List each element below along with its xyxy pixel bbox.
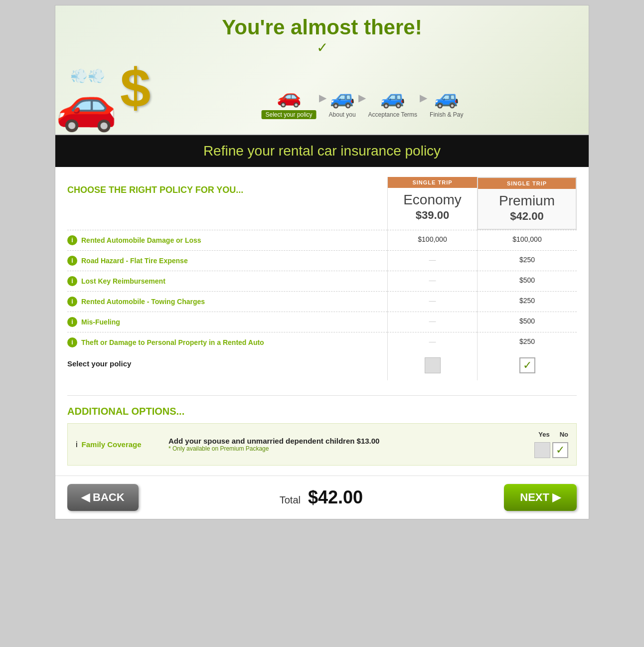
section-title-bar: Refine your rental car insurance policy xyxy=(55,135,589,167)
policy-area: CHOOSE THE RIGHT POLICY FOR YOU... SINGL… xyxy=(55,167,589,390)
feature-val-2-economy: — xyxy=(387,271,477,291)
yn-labels: Yes No xyxy=(538,431,568,438)
premium-checkbox[interactable]: ✓ xyxy=(519,357,535,373)
crashed-car-icon: 🚗 xyxy=(55,75,118,134)
page-wrapper: 💨💨 🚗 $ You're almost there! ✓ 🚗 Select y… xyxy=(55,5,589,519)
feature-val-5-economy: — xyxy=(387,332,477,352)
next-arrow-icon: ▶ xyxy=(552,491,561,504)
yes-label: Yes xyxy=(538,431,549,438)
feature-val-3-premium: $250 xyxy=(477,291,577,312)
info-icon-3[interactable]: i xyxy=(67,297,77,307)
main-content: Refine your rental car insurance policy … xyxy=(55,135,589,519)
economy-name: Economy xyxy=(388,188,477,209)
economy-checkbox[interactable] xyxy=(425,357,441,373)
feature-val-3-economy: — xyxy=(387,291,477,312)
select-policy-label: Select your policy xyxy=(67,352,387,380)
info-icon-1[interactable]: i xyxy=(67,256,77,266)
feature-val-1-economy: — xyxy=(387,250,477,271)
step-select-policy: 🚗 Select your policy xyxy=(262,85,317,119)
step-car-2-icon: 🚙 xyxy=(330,86,355,109)
header-title: You're almost there! xyxy=(222,15,422,39)
feature-val-4-economy: — xyxy=(387,312,477,332)
yn-checks: ✓ xyxy=(534,442,568,458)
additional-heading: ADDITIONAL OPTIONS... xyxy=(55,401,589,423)
feature-label-0: i Rented Automobile Damage or Loss xyxy=(67,230,387,250)
next-button[interactable]: NEXT ▶ xyxy=(504,484,577,511)
feature-val-2-premium: $500 xyxy=(477,271,577,291)
step-car-4-icon: 🚙 xyxy=(434,86,459,109)
family-coverage-yn-col: Yes No ✓ xyxy=(534,431,568,458)
feature-val-5-premium: $250 xyxy=(477,332,577,352)
total-amount: $42.00 xyxy=(308,487,363,507)
info-icon-5[interactable]: i xyxy=(67,337,77,347)
step-about-you: 🚙 About you xyxy=(329,86,356,118)
premium-price: $42.00 xyxy=(478,210,576,229)
progress-steps: 🚗 Select your policy ▶ 🚙 About you ▶ 🚙 A… xyxy=(262,85,464,119)
back-arrow-icon: ◀ xyxy=(81,491,90,504)
dollar-sign-icon: $ xyxy=(120,56,151,119)
step-car-active-icon: 🚗 xyxy=(277,85,302,108)
total-label: Total xyxy=(280,494,301,505)
bottom-bar: ◀ BACK Total $42.00 NEXT ▶ xyxy=(55,476,589,519)
feature-val-0-economy: $100,000 xyxy=(387,230,477,250)
family-coverage-desc-col: Add your spouse and unmarried dependent … xyxy=(168,437,526,452)
family-coverage-desc-main: Add your spouse and unmarried dependent … xyxy=(168,437,526,445)
economy-price: $39.00 xyxy=(388,209,477,228)
family-coverage-desc-sub: * Only available on Premium Package xyxy=(168,445,526,452)
family-coverage-yes-checkbox[interactable] xyxy=(534,442,550,458)
info-icon-2[interactable]: i xyxy=(67,276,77,286)
family-coverage-label-col: i Family Coverage xyxy=(76,440,161,449)
header-banner: 💨💨 🚗 $ You're almost there! ✓ 🚗 Select y… xyxy=(55,5,589,135)
total-area: Total $42.00 xyxy=(139,487,504,508)
back-button[interactable]: ◀ BACK xyxy=(67,484,139,511)
no-label: No xyxy=(560,431,568,438)
step-arrow-1: ▶ xyxy=(319,92,326,113)
step-car-3-icon: 🚙 xyxy=(380,86,405,109)
back-label: BACK xyxy=(93,491,125,504)
choose-heading: CHOOSE THE RIGHT POLICY FOR YOU... xyxy=(67,177,387,230)
step-label-select-policy: Select your policy xyxy=(262,110,317,119)
step-label-acceptance: Acceptance Terms xyxy=(368,111,418,118)
policy-grid: CHOOSE THE RIGHT POLICY FOR YOU... SINGL… xyxy=(67,177,577,380)
economy-tag: SINGLE TRIP xyxy=(388,177,477,188)
feature-val-4-premium: $500 xyxy=(477,312,577,332)
section-divider xyxy=(67,395,577,396)
premium-name: Premium xyxy=(478,189,576,210)
step-arrow-2: ▶ xyxy=(358,92,366,113)
select-premium-check[interactable]: ✓ xyxy=(477,352,577,380)
feature-label-5: i Theft or Damage to Personal Property i… xyxy=(67,332,387,352)
family-coverage-info-icon[interactable]: i xyxy=(76,440,78,449)
family-coverage-label: Family Coverage xyxy=(82,440,142,449)
family-coverage-row: i Family Coverage Add your spouse and un… xyxy=(67,423,577,466)
col-header-premium: SINGLE TRIP Premium $42.00 xyxy=(477,177,577,230)
step-finish-pay: 🚙 Finish & Pay xyxy=(430,86,463,118)
select-economy-check[interactable] xyxy=(387,352,477,380)
feature-val-1-premium: $250 xyxy=(477,250,577,271)
step-label-finish-pay: Finish & Pay xyxy=(430,111,463,118)
feature-label-4: i Mis-Fueling xyxy=(67,312,387,332)
col-header-economy: SINGLE TRIP Economy $39.00 xyxy=(387,177,477,230)
section-title: Refine your rental car insurance policy xyxy=(67,143,577,159)
step-label-about-you: About you xyxy=(329,111,356,118)
feature-val-0-premium: $100,000 xyxy=(477,230,577,250)
feature-label-2: i Lost Key Reimbursement xyxy=(67,271,387,291)
next-label: NEXT xyxy=(520,491,549,504)
feature-label-1: i Road Hazard - Flat Tire Expense xyxy=(67,250,387,271)
step-arrow-3: ▶ xyxy=(420,92,427,113)
checkmark-icon: ✓ xyxy=(317,39,328,56)
feature-label-3: i Rented Automobile - Towing Charges xyxy=(67,291,387,312)
family-coverage-no-checkbox[interactable]: ✓ xyxy=(552,442,568,458)
info-icon-0[interactable]: i xyxy=(67,235,77,245)
premium-tag: SINGLE TRIP xyxy=(478,178,576,189)
info-icon-4[interactable]: i xyxy=(67,317,77,327)
step-acceptance: 🚙 Acceptance Terms xyxy=(368,86,418,118)
